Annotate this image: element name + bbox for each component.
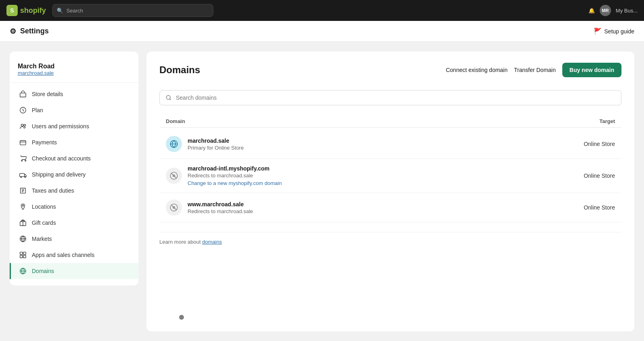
avatar[interactable]: MR [600,5,611,16]
topbar-right-area: 🔔 MR My Bus... [588,5,638,16]
domain-name: marchroad-intl.myshopify.com [188,165,551,172]
domains-learn-more-link[interactable]: domains [202,239,222,245]
content-area: Domains Connect existing domain Transfer… [147,51,634,331]
setup-guide-button[interactable]: 🚩 Setup guide [594,27,634,35]
globe-icon [169,140,178,148]
domain-name: www.marchroad.sale [188,201,551,207]
table-row[interactable]: marchroad.sale Primary for Online Store … [159,129,621,159]
footer-text: Learn more about [159,239,202,245]
domain-target: Online Store [551,173,615,179]
sidebar-item-shipping-delivery[interactable]: Shipping and delivery [10,166,138,183]
markets-icon [19,235,27,243]
apps-icon [19,251,27,259]
sidebar-item-gift-cards[interactable]: Gift cards [10,215,138,231]
svg-point-8 [21,177,22,178]
domain-info: marchroad-intl.myshopify.com Redirects t… [188,165,551,186]
sidebar-item-label: Markets [32,236,52,242]
sidebar-item-checkout-accounts[interactable]: Checkout and accounts [10,150,138,166]
buy-new-domain-button[interactable]: Buy new domain [562,63,621,77]
col-domain-label: Domain [166,118,551,124]
settings-title-area: ⚙ Settings [10,27,49,36]
locations-icon [19,203,27,211]
domains-actions: Connect existing domain Transfer Domain … [446,63,621,77]
sidebar-item-store-details[interactable]: Store details [10,86,138,102]
users-icon [19,122,27,130]
page-title: Domains [159,64,200,76]
sidebar-item-label: Gift cards [32,220,56,226]
sidebar-item-label: Checkout and accounts [32,155,91,162]
domain-table-header: Domain Target [159,115,621,128]
svg-point-5 [21,160,23,161]
sidebar-item-label: Plan [32,107,43,113]
sidebar-store-name: March Road [18,63,130,70]
sidebar-item-label: Locations [32,203,56,210]
search-domains-input[interactable] [176,94,615,101]
sidebar-item-payments[interactable]: Payments [10,134,138,150]
svg-rect-0 [20,93,26,97]
transfer-domain-button[interactable]: Transfer Domain [514,67,556,73]
sidebar-item-label: Store details [32,91,63,97]
sidebar-store-info: March Road marchroad.sale [10,58,138,83]
settings-header: ⚙ Settings 🚩 Setup guide [0,21,644,42]
domains-search-bar[interactable] [159,90,621,105]
settings-gear-icon: ⚙ [10,27,16,36]
svg-point-6 [25,160,26,161]
sidebar-item-label: Users and permissions [32,123,89,129]
payments-icon [19,138,27,146]
sidebar-item-label: Payments [32,139,57,146]
svg-rect-17 [20,255,23,258]
redirect-icon [169,203,178,212]
sidebar-store-url[interactable]: marchroad.sale [18,70,130,76]
svg-line-27 [171,205,176,210]
taxes-icon [19,187,27,195]
svg-rect-15 [20,252,23,255]
sidebar-item-locations[interactable]: Locations [10,199,138,215]
topbar-search-bar[interactable]: 🔍 Search [52,4,213,17]
domain-subtitle: Primary for Online Store [188,145,551,151]
table-row[interactable]: www.marchroad.sale Redirects to marchroa… [159,193,621,222]
sidebar-item-users-permissions[interactable]: Users and permissions [10,118,138,134]
checkout-icon [19,154,27,162]
domain-target: Online Store [551,141,615,147]
connect-existing-domain-button[interactable]: Connect existing domain [446,67,508,73]
search-icon: 🔍 [57,8,63,14]
content-footer: Learn more about domains [159,232,621,245]
sidebar-item-label: Apps and sales channels [32,252,95,258]
svg-rect-4 [20,141,26,145]
svg-line-24 [171,173,176,178]
sidebar: March Road marchroad.sale Store details … [10,51,138,286]
sidebar-item-domains[interactable]: Domains [10,263,138,279]
settings-title-text: Settings [20,27,49,35]
store-label: My Bus... [616,8,638,14]
svg-point-2 [21,124,23,126]
bell-icon[interactable]: 🔔 [588,8,595,14]
change-myshopify-domain-link[interactable]: Change to a new myshopify.com domain [188,180,282,186]
domain-subtitle: Redirects to marchroad.sale [188,173,551,179]
sidebar-item-markets[interactable]: Markets [10,231,138,247]
shipping-icon [19,170,27,179]
sidebar-item-taxes-duties[interactable]: Taxes and duties [10,183,138,199]
search-icon [165,94,172,101]
svg-rect-18 [23,255,26,258]
main-layout: March Road marchroad.sale Store details … [0,42,644,341]
primary-domain-icon [166,136,182,152]
svg-point-11 [22,205,24,207]
topbar-logo: S shopify [6,5,46,16]
svg-rect-16 [23,252,26,255]
domain-target: Online Store [551,204,615,211]
topbar-search-placeholder: Search [66,8,83,14]
redirect-icon [169,171,178,180]
setup-guide-label: Setup guide [604,28,634,35]
redirect-domain-icon [166,199,182,216]
sidebar-item-label: Domains [32,268,54,274]
plan-icon [19,106,27,114]
domain-name: marchroad.sale [188,138,551,144]
store-icon [19,90,27,98]
svg-point-3 [24,124,26,126]
domains-header: Domains Connect existing domain Transfer… [159,63,621,77]
svg-rect-7 [20,173,25,177]
sidebar-item-plan[interactable]: Plan [10,102,138,118]
domain-info: www.marchroad.sale Redirects to marchroa… [188,201,551,214]
table-row[interactable]: marchroad-intl.myshopify.com Redirects t… [159,159,621,193]
sidebar-item-apps-channels[interactable]: Apps and sales channels [10,247,138,263]
